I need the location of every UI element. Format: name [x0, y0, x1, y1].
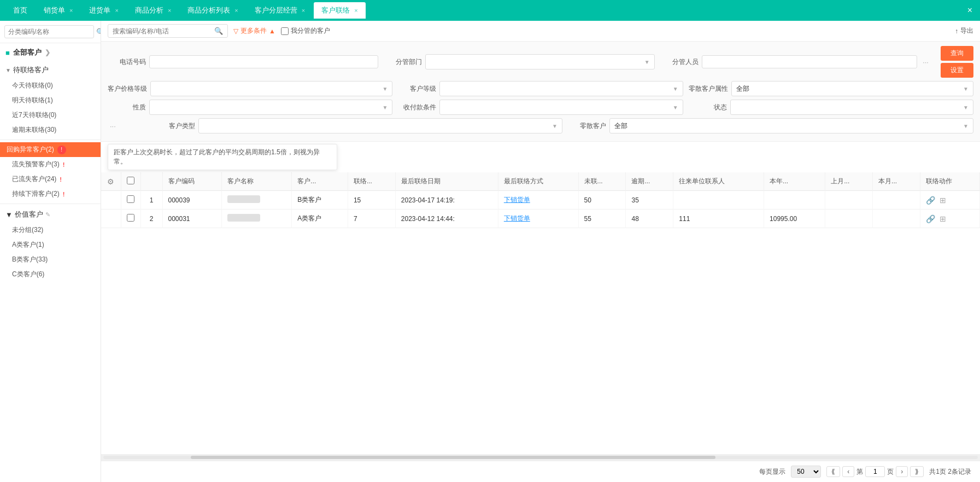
query-button[interactable]: 查询	[941, 46, 973, 61]
sidebar-item-7days[interactable]: 近7天待联络(0)	[0, 108, 101, 123]
nav-customer-tier[interactable]: 客户分层经营 ×	[247, 2, 313, 19]
row2-link-icon[interactable]: 🔗	[926, 214, 935, 223]
row1-grid-icon[interactable]: ⊞	[940, 196, 946, 205]
sidebar-item-class-b[interactable]: B类客户(33)	[0, 252, 101, 267]
close-customer-tier-icon[interactable]: ×	[302, 7, 305, 14]
row2-last-month	[825, 210, 873, 228]
pending-contact-group[interactable]: ▼ 待联络客户	[0, 62, 101, 78]
filter-nature-select[interactable]: ▼	[149, 100, 392, 115]
sidebar-item-class-c[interactable]: C类客户(6)	[0, 267, 101, 282]
nav-customer-contact[interactable]: 客户联络 ×	[314, 2, 365, 19]
page-number-input[interactable]	[865, 466, 885, 477]
col-header-code[interactable]: 客户编码	[162, 172, 222, 191]
col-header-last-month[interactable]: 上月...	[825, 172, 873, 191]
filter-level-select[interactable]: ▼	[439, 81, 683, 96]
sidebar-item-declining[interactable]: 持续下滑客户(2) !	[0, 187, 101, 201]
filter-type-select[interactable]: ▼	[198, 118, 562, 133]
filter-extra-dots[interactable]: ···	[108, 122, 118, 130]
col-header-type[interactable]: 客户...	[292, 172, 348, 191]
search-input[interactable]	[113, 27, 211, 35]
sidebar-item-tomorrow[interactable]: 明天待联络(1)	[0, 93, 101, 108]
col-header-contact[interactable]: 联络...	[348, 172, 395, 191]
sidebar-item-today[interactable]: 今天待联络(0)	[0, 78, 101, 93]
row1-last-method[interactable]: 下销货单	[498, 191, 578, 210]
close-product-analysis-icon[interactable]: ×	[168, 7, 171, 14]
sidebar-item-class-a[interactable]: A类客户(1)	[0, 237, 101, 252]
row1-link-icon[interactable]: 🔗	[926, 196, 935, 205]
nav-sales-order[interactable]: 销货单 ×	[36, 2, 80, 19]
row1-select-checkbox[interactable]	[127, 195, 134, 203]
filter-dept-select[interactable]: ▼	[425, 54, 654, 69]
col-header-this-month[interactable]: 本月...	[873, 172, 920, 191]
col-header-settings[interactable]: ⚙	[101, 172, 121, 191]
filter-retail-select[interactable]: 全部 ▼	[609, 118, 973, 133]
sidebar-search-input[interactable]	[4, 25, 94, 38]
search-icon[interactable]: 🔍	[214, 27, 223, 35]
my-customers-checkbox-area[interactable]: 我分管的客户	[281, 26, 330, 36]
select-all-checkbox[interactable]	[127, 177, 134, 184]
col-header-last-method[interactable]: 最后联络方式	[498, 172, 578, 191]
row2-name	[222, 210, 292, 228]
table-settings-icon[interactable]: ⚙	[107, 177, 114, 186]
col-header-unread[interactable]: 未联...	[578, 172, 626, 191]
filter-manager-dots-icon[interactable]: ···	[920, 58, 931, 66]
row2-overdue: 48	[626, 210, 673, 228]
all-customers-header[interactable]: ■ 全部客户 ❯	[0, 43, 101, 62]
col-header-this-year[interactable]: 本年...	[764, 172, 825, 191]
filter-payment-select[interactable]: ▼	[439, 100, 683, 115]
filter-status-select[interactable]: ▼	[730, 100, 973, 115]
row1-unread: 50	[578, 191, 626, 210]
filter-price-select[interactable]: ▼	[150, 81, 392, 96]
my-customers-checkbox[interactable]	[281, 27, 289, 35]
scroll-thumb[interactable]	[191, 456, 715, 459]
sidebar-item-overdue[interactable]: 逾期未联络(30)	[0, 123, 101, 137]
settings-button[interactable]: 设置	[941, 63, 973, 78]
nav-product-analysis[interactable]: 商品分析 ×	[127, 2, 179, 19]
filter-status: 状态 ▼	[689, 100, 973, 115]
row1-this-month	[873, 191, 920, 210]
row2-last-method[interactable]: 下销货单	[498, 210, 578, 228]
nav-product-analysis-list[interactable]: 商品分析列表 ×	[180, 2, 245, 19]
nav-home[interactable]: 首页	[5, 2, 35, 19]
filter-scatter-select[interactable]: 全部 ▼	[731, 81, 973, 96]
row2-grid-icon[interactable]: ⊞	[940, 214, 946, 223]
per-page-select[interactable]: 50 20 100	[791, 466, 821, 478]
filter-level-arrow-icon: ▼	[673, 86, 678, 92]
col-header-name[interactable]: 客户名称	[222, 172, 292, 191]
page-last-button[interactable]: ⟫	[910, 466, 924, 477]
sidebar-item-unclassified[interactable]: 未分组(32)	[0, 223, 101, 237]
filter-phone-input[interactable]	[149, 55, 378, 68]
more-conditions-button[interactable]: ▽ 更多条件 ▲	[233, 26, 275, 36]
export-button[interactable]: ↑ 导出	[955, 26, 973, 36]
horizontal-scrollbar[interactable]	[101, 454, 980, 461]
col-header-company-contact[interactable]: 往来单位联系人	[673, 172, 764, 191]
close-all-tabs-button[interactable]: ×	[965, 3, 975, 18]
col-header-overdue[interactable]: 逾期...	[626, 172, 673, 191]
filter-type-arrow-icon: ▼	[552, 123, 558, 129]
page-prev-button[interactable]: ‹	[842, 466, 854, 477]
sidebar-collapse-icon[interactable]: ❯	[45, 49, 50, 56]
close-customer-contact-icon[interactable]: ×	[354, 7, 357, 14]
search-box[interactable]: 🔍	[108, 24, 228, 38]
row2-checkbox[interactable]	[121, 210, 140, 228]
row2-unread: 55	[578, 210, 626, 228]
page-next-button[interactable]: ›	[896, 466, 908, 477]
close-product-list-icon[interactable]: ×	[234, 7, 238, 14]
churn-warning-badge: !	[63, 161, 65, 168]
sidebar-item-repurchase-anomaly[interactable]: 回购异常客户(2) !	[0, 142, 101, 157]
nav-purchase-order[interactable]: 进货单 ×	[81, 2, 126, 19]
value-customer-group[interactable]: ▼ 价值客户 ✎	[0, 206, 101, 223]
scroll-track[interactable]	[103, 456, 978, 459]
col-header-checkbox[interactable]	[121, 172, 140, 191]
sidebar-item-churned[interactable]: 已流失客户(24) !	[0, 172, 101, 187]
sidebar-item-churn-warning[interactable]: 流失预警客户(3) !	[0, 157, 101, 172]
row2-select-checkbox[interactable]	[127, 214, 134, 222]
sidebar-search-icon[interactable]: 🔍	[96, 28, 101, 36]
filter-manager-input[interactable]	[702, 55, 917, 68]
col-header-last-date[interactable]: 最后联络日期	[395, 172, 498, 191]
value-group-edit-icon[interactable]: ✎	[45, 211, 50, 218]
row1-checkbox[interactable]	[121, 191, 140, 210]
page-first-button[interactable]: ⟪	[826, 466, 840, 477]
close-sales-order-icon[interactable]: ×	[69, 7, 73, 14]
close-purchase-order-icon[interactable]: ×	[115, 7, 118, 14]
